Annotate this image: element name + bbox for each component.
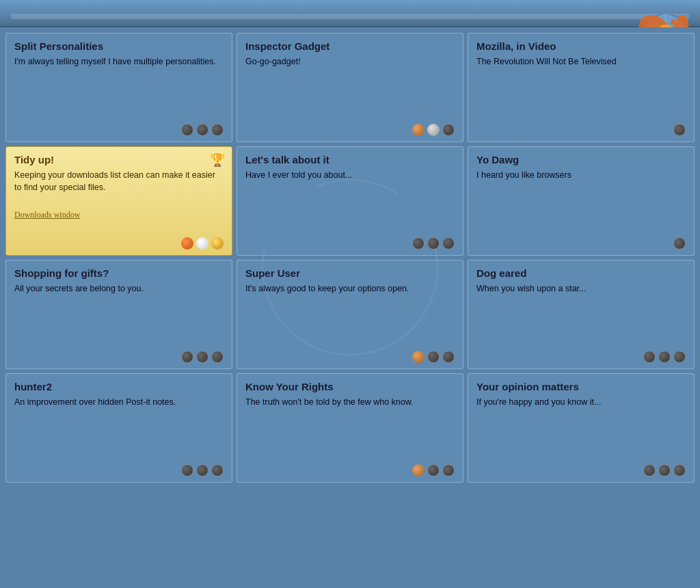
header-stats [11, 14, 689, 19]
badge-gold [211, 237, 224, 250]
badge-row [245, 232, 455, 250]
achievement-card-hunter2: hunter2An improvement over hidden Post-i… [5, 373, 232, 483]
achievement-card-split-personalities: Split PersonalitiesI'm always telling my… [5, 33, 232, 142]
badge-row [245, 118, 455, 136]
badge-row [245, 459, 455, 477]
achievement-card-lets-talk: Let's talk about itHave I ever told you … [237, 146, 463, 256]
achievement-grid: Split PersonalitiesI'm always telling my… [5, 33, 695, 483]
card-title: Super User [245, 267, 455, 279]
badge-dark [211, 464, 224, 477]
badge-row [245, 345, 455, 363]
badge-dark [427, 351, 440, 363]
card-title: Tidy up! [14, 154, 224, 165]
card-title: Yo Dawg [476, 154, 686, 165]
badge-bronze [412, 351, 425, 363]
badge-dark [181, 124, 193, 136]
card-desc: The Revolution Will Not Be Televised [476, 56, 686, 68]
badge-dark [442, 464, 455, 477]
card-desc: It's always good to keep your options op… [245, 283, 455, 295]
card-desc: All your secrets are belong to you. [14, 283, 224, 295]
card-desc: Have I ever told you about... [245, 170, 455, 182]
badge-dark [211, 124, 224, 136]
badge-row [14, 345, 224, 363]
badge-dark [412, 237, 425, 250]
card-title: Know Your Rights [245, 381, 455, 392]
card-link[interactable]: Downloads window [14, 206, 224, 220]
badge-row [476, 459, 686, 477]
card-title: Let's talk about it [245, 154, 455, 165]
card-desc: When you wish upon a star... [476, 283, 686, 295]
trophy-icon: 🏆 [210, 152, 225, 168]
card-title: Shopping for gifts? [14, 267, 224, 279]
badge-dark [643, 351, 656, 363]
badge-orange [181, 237, 193, 250]
badge-white [196, 237, 208, 250]
badge-bronze [412, 464, 425, 477]
badge-row [14, 118, 224, 136]
badge-row [476, 232, 686, 250]
badge-dark [181, 464, 193, 477]
badge-dark [658, 351, 671, 363]
card-title: Split Personalities [14, 40, 224, 52]
badge-dark [427, 464, 440, 477]
badge-row [14, 459, 224, 477]
achievement-card-shopping-for-gifts: Shopping for gifts?All your secrets are … [5, 260, 232, 369]
achievement-card-know-your-rights: Know Your RightsThe truth won't be told … [237, 373, 463, 483]
main-area: Split PersonalitiesI'm always telling my… [0, 27, 700, 488]
badge-bronze [412, 124, 425, 136]
card-title: Mozilla, in Video [476, 40, 686, 52]
badge-dark [442, 351, 455, 363]
badge-dark [673, 237, 686, 250]
badge-dark [196, 124, 208, 136]
badge-row [476, 118, 686, 136]
card-title: Your opinion matters [476, 381, 686, 392]
badge-dark [181, 351, 193, 363]
badge-row [476, 345, 686, 363]
achievement-card-super-user: Super UserIt's always good to keep your … [237, 260, 463, 369]
page-header [0, 0, 700, 27]
achievement-card-mozilla-in-video: Mozilla, in VideoThe Revolution Will Not… [468, 33, 695, 142]
achievement-card-inspector-gadget: Inspector GadgetGo-go-gadget! [237, 33, 463, 142]
achievement-card-dog-eared: Dog earedWhen you wish upon a star... [468, 260, 695, 369]
achievement-card-tidy-up: 🏆Tidy up!Keeping your downloads list cle… [5, 146, 232, 256]
card-title: Dog eared [476, 267, 686, 279]
badge-dark [442, 237, 455, 250]
achievement-card-yo-dawg: Yo DawgI heard you like browsers [468, 146, 695, 256]
badge-dark [442, 124, 455, 136]
badge-silver [427, 124, 440, 136]
card-desc: Go-go-gadget! [245, 56, 455, 68]
achievement-card-your-opinion-matters: Your opinion mattersIf you're happy and … [468, 373, 695, 483]
card-title: hunter2 [14, 381, 224, 392]
card-desc: Keeping your downloads list clean can ma… [14, 170, 224, 193]
card-desc: An improvement over hidden Post-it notes… [14, 397, 224, 409]
badge-dark [673, 464, 686, 477]
badge-dark [196, 464, 208, 477]
badge-dark [211, 351, 224, 363]
badge-dark [196, 351, 208, 363]
badge-dark [673, 124, 686, 136]
card-desc: The truth won't be told by the few who k… [245, 397, 455, 409]
card-desc: I heard you like browsers [476, 170, 686, 182]
card-desc: I'm always telling myself I have multipl… [14, 56, 224, 68]
badge-dark [673, 351, 686, 363]
badge-dark [658, 464, 671, 477]
badge-dark [643, 464, 656, 477]
card-title: Inspector Gadget [245, 40, 455, 52]
badge-dark [427, 237, 440, 250]
badge-row [14, 232, 224, 250]
card-desc: If you're happy and you know it... [476, 397, 686, 409]
